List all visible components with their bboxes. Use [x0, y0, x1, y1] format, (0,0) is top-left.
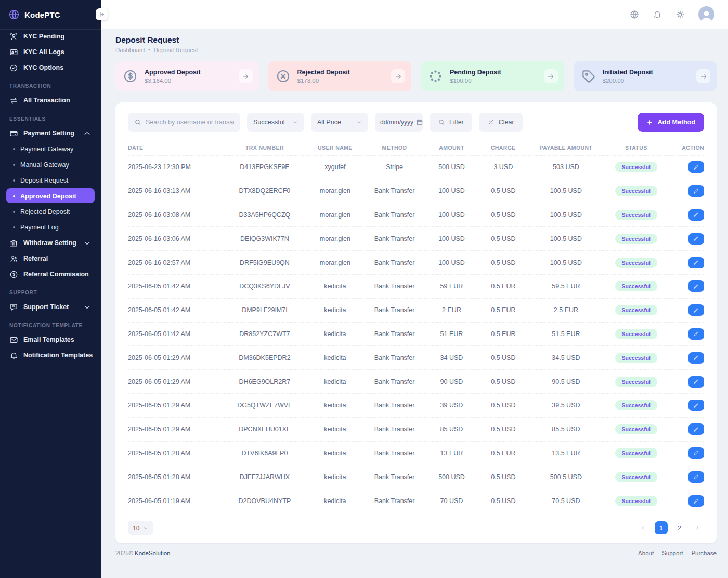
edit-button[interactable] [688, 304, 704, 316]
sidebar-subitem-approved-deposit[interactable]: Approved Deposit [6, 188, 95, 203]
arrow-right-icon[interactable] [544, 69, 558, 83]
cell-trx-number: DG5QTWZE7WVF [222, 402, 308, 409]
cell-payable-amount: 100.5 USD [529, 235, 602, 242]
cell-payable-amount: 13.5 EUR [529, 449, 602, 457]
filter-button[interactable]: Filter [430, 113, 472, 132]
footer-link-purchase[interactable]: Purchase [691, 550, 717, 556]
pagination-page-2[interactable]: 2 [673, 521, 686, 534]
summary-card-rejected-deposit: Rejected Deposit $173.00 [268, 61, 412, 91]
sidebar-subitem-manual-gateway[interactable]: Manual Gateway [6, 157, 95, 172]
edit-button[interactable] [688, 400, 704, 411]
cell-payable-amount: 85.5 USD [529, 426, 602, 433]
sidebar-subitem-label: Payment Gateway [20, 146, 73, 153]
arrow-right-icon[interactable] [239, 69, 253, 83]
sidebar-item-label: Referral Commission [23, 271, 89, 278]
chevron-down-icon [83, 239, 92, 248]
sidebar-item-email-templates[interactable]: Email Templates [6, 332, 95, 348]
price-filter-select[interactable]: All Price [311, 113, 368, 132]
status-filter-select[interactable]: Successful [247, 113, 304, 132]
brand-name: KodePTC [24, 10, 60, 19]
edit-button[interactable] [688, 376, 704, 388]
sidebar-item-all-transaction[interactable]: All Transaction [6, 93, 95, 108]
sidebar-item-referral[interactable]: Referral [6, 251, 95, 266]
footer-brand-link[interactable]: KodeSolution [135, 550, 170, 556]
sidebar-subitem-deposit-request[interactable]: Deposit Request [6, 173, 95, 188]
edit-button[interactable] [688, 423, 704, 435]
column-header-status: STATUS [603, 145, 670, 151]
cell-payable-amount: 100.5 USD [529, 187, 602, 195]
avatar[interactable] [698, 6, 714, 22]
arrow-right-icon[interactable] [391, 69, 405, 83]
cell-user-name: kedicita [307, 497, 362, 505]
cell-status: Successful [603, 472, 670, 482]
pagination-next-button[interactable] [691, 521, 704, 534]
cell-user-name: kedicita [307, 330, 362, 338]
sidebar-subitem-payment-gateway[interactable]: Payment Gateway [6, 142, 95, 157]
deposit-table-panel: Successful All Price dd/mm/yyyy Filter [115, 102, 717, 543]
edit-button[interactable] [688, 447, 704, 459]
sidebar-item-kyc-all-logs[interactable]: KYC All Logs [6, 44, 95, 60]
search-field[interactable] [128, 113, 240, 132]
cell-charge: 0.5 USD [477, 354, 529, 362]
table-row: 2025-06-05 01:29 AM DH6EG9OLR2R7 kedicit… [128, 370, 704, 394]
sidebar-item-kyc-options[interactable]: KYC Options [6, 60, 95, 75]
table-row: 2025-06-16 02:57 AM DRF5IG9EU9QN morar.g… [128, 251, 704, 275]
status-badge: Successful [615, 234, 657, 244]
cell-method: Bank Transfer [362, 306, 426, 314]
cell-charge: 0.5 EUR [477, 306, 529, 314]
edit-button[interactable] [688, 233, 704, 245]
status-badge: Successful [615, 377, 657, 387]
summary-cards: Approved Deposit $3,164.00 Rejected Depo… [115, 61, 717, 91]
cell-trx-number: DTV6IK6A9FP0 [222, 449, 308, 457]
page-size-select[interactable]: 10 [128, 521, 153, 535]
card-amount: $200.00 [603, 78, 653, 84]
sidebar-item-support-ticket[interactable]: 24Support Ticket [6, 299, 95, 315]
pagination-prev-button[interactable] [636, 521, 649, 534]
cell-date: 2025-06-05 01:42 AM [128, 306, 222, 314]
sidebar-item-referral-commission[interactable]: Referral Commission [6, 266, 95, 282]
card-text: Approved Deposit $3,164.00 [145, 69, 201, 84]
edit-button[interactable] [688, 257, 704, 268]
pagination-page-1[interactable]: 1 [655, 521, 668, 534]
chevron-down-icon [83, 303, 92, 312]
clear-button[interactable]: Clear [479, 113, 523, 132]
cell-status: Successful [603, 448, 670, 458]
sidebar-item-kyc-pending[interactable]: KYC Pending [6, 30, 95, 44]
bell-icon[interactable] [653, 10, 662, 19]
sidebar-item-notification-templates[interactable]: Notification Templates [6, 348, 95, 363]
edit-button[interactable] [688, 328, 704, 340]
sidebar-subitem-payment-log[interactable]: Payment Log [6, 220, 95, 235]
search-input[interactable] [146, 119, 234, 126]
cell-status: Successful [603, 400, 670, 410]
add-method-button[interactable]: Add Method [638, 113, 704, 132]
status-badge: Successful [615, 186, 657, 196]
arrow-right-icon[interactable] [696, 69, 710, 83]
sun-icon[interactable] [675, 10, 685, 19]
edit-button[interactable] [688, 209, 704, 221]
globe-icon[interactable] [630, 10, 639, 19]
footer-link-support[interactable]: Support [662, 550, 683, 556]
edit-button[interactable] [688, 280, 704, 292]
cell-action [670, 209, 704, 221]
sidebar-item-payment-setting[interactable]: Payment Setting [6, 125, 95, 141]
spinner-icon [428, 69, 443, 84]
edit-button[interactable] [688, 161, 704, 173]
edit-button[interactable] [688, 352, 704, 364]
sidebar-item-withdraw-setting[interactable]: Withdraw Setting [6, 235, 95, 251]
cell-action [670, 376, 704, 388]
cell-trx-number: D2DOVBU4NYTP [222, 497, 308, 505]
cell-date: 2025-06-05 01:42 AM [128, 282, 222, 290]
breadcrumb-dashboard[interactable]: Dashboard [115, 47, 145, 53]
footer-link-about[interactable]: About [638, 550, 654, 556]
edit-button[interactable] [688, 471, 704, 483]
brand[interactable]: KodePTC [0, 0, 101, 30]
edit-button[interactable] [688, 185, 704, 197]
cell-payable-amount: 500.5 USD [529, 473, 602, 481]
sidebar-collapse-button[interactable] [96, 8, 108, 20]
cell-method: Bank Transfer [362, 449, 426, 457]
cell-user-name: morar.glen [307, 235, 362, 242]
date-filter-input[interactable]: dd/mm/yyyy [375, 113, 423, 132]
cell-amount: 500 USD [426, 163, 477, 171]
sidebar-subitem-rejected-deposit[interactable]: Rejected Deposit [6, 204, 95, 219]
edit-button[interactable] [688, 495, 704, 507]
